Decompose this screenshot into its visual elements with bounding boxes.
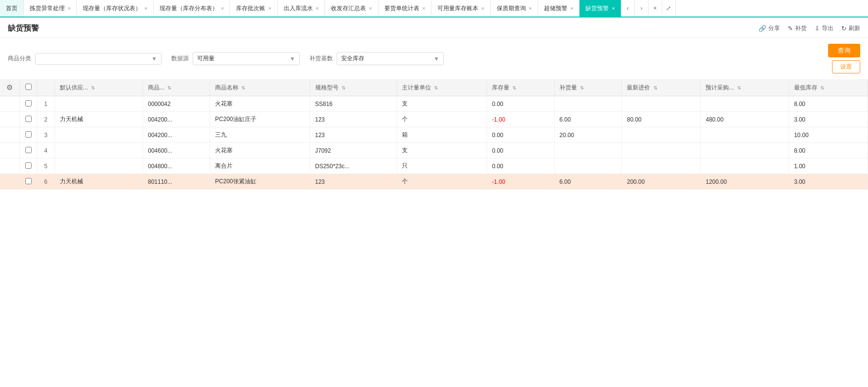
table-container: ⚙ 默认供应... ⇅ 商品... ⇅ 商品名称 <box>0 79 868 190</box>
tab-expiry[interactable]: 保质期查询 × <box>491 0 538 17</box>
row-checkbox-4[interactable] <box>25 162 32 169</box>
row-min-stock-0: 8.00 <box>789 96 868 112</box>
replenish-button[interactable]: ✎ 补货 <box>788 24 807 33</box>
tab-label-overstock: 超储预警 <box>544 4 567 13</box>
tab-close-expiry[interactable]: × <box>529 5 532 11</box>
tab-label-stock-status: 现存量（库存状况表） <box>83 4 141 13</box>
tab-scroll-next[interactable]: › <box>635 0 649 17</box>
row-settings-cell <box>0 96 19 112</box>
row-checkbox-2[interactable] <box>25 131 32 138</box>
tab-scroll-prev[interactable]: ‹ <box>621 0 635 17</box>
row-checkbox-cell[interactable] <box>19 158 37 174</box>
tab-close-recv-summary[interactable]: × <box>369 5 372 11</box>
row-unit-2: 箱 <box>397 127 487 143</box>
row-replenish-2: 20.00 <box>554 127 622 143</box>
datasource-select[interactable]: 可用量 ▼ <box>193 52 300 65</box>
col-est-purchase[interactable]: 预计采购... ⇅ <box>701 79 789 96</box>
tab-close-available-ledger[interactable]: × <box>481 5 484 11</box>
row-min-stock-5: 3.00 <box>789 174 868 190</box>
tab-close-batch[interactable]: × <box>268 5 271 11</box>
tab-stock-dist[interactable]: 现存量（库存分布表） × <box>154 0 230 17</box>
row-est-purchase-4 <box>701 158 789 174</box>
tab-overstock[interactable]: 超储预警 × <box>538 0 579 17</box>
tab-recv-summary[interactable]: 收发存汇总表 × <box>325 0 378 17</box>
col-stock[interactable]: 库存量 ⇅ <box>487 79 555 96</box>
row-code-3: 004600... <box>143 143 210 158</box>
share-label: 分享 <box>768 24 780 33</box>
tab-label-expiry: 保质期查询 <box>497 4 526 13</box>
col-replenish[interactable]: 补货量 ⇅ <box>554 79 622 96</box>
col-unit[interactable]: 主计量单位 ⇅ <box>397 79 487 96</box>
settings-button[interactable]: 设置 <box>832 60 860 73</box>
sort-latest-price-icon: ⇅ <box>653 85 657 90</box>
gear-icon[interactable]: ⚙ <box>5 83 14 92</box>
export-button[interactable]: ⇩ 导出 <box>814 24 833 33</box>
tab-home[interactable]: 首页 <box>0 0 24 17</box>
tab-label-recv-summary: 收发存汇总表 <box>331 4 366 13</box>
row-name-1: PC200油缸庄子 <box>210 112 310 127</box>
row-name-4: 离合片 <box>210 158 310 174</box>
row-checkbox-3[interactable] <box>25 147 32 153</box>
tab-batch[interactable]: 库存批次账 × <box>230 0 277 17</box>
row-seq-1: 2 <box>37 112 54 127</box>
tab-close-all[interactable]: × <box>649 0 662 17</box>
col-supplier[interactable]: 默认供应... ⇅ <box>54 79 143 96</box>
category-dropdown-icon: ▼ <box>151 55 157 62</box>
row-checkbox-cell[interactable] <box>19 143 37 158</box>
tab-close-abnormal[interactable]: × <box>68 5 71 11</box>
refresh-button[interactable]: ↻ 刷新 <box>841 24 860 33</box>
row-spec-3: J7092 <box>310 143 397 158</box>
tab-abnormal[interactable]: 拣货异常处理 × <box>24 0 77 17</box>
row-checkbox-cell[interactable] <box>19 174 37 190</box>
replenish-base-dropdown-icon: ▼ <box>434 55 439 62</box>
filter-bar: 商品分类 ▼ 数据源 可用量 ▼ 补货基数 安全库存 ▼ 查询 设置 <box>0 38 868 79</box>
row-checkbox-cell[interactable] <box>19 112 37 127</box>
col-latest-price-label: 最新进价 <box>627 84 650 91</box>
tab-shortage[interactable]: 缺货预警 × <box>579 0 621 17</box>
row-checkbox-5[interactable] <box>25 178 32 184</box>
col-min-stock[interactable]: 最低库存 ⇅ <box>789 79 868 96</box>
replenish-base-select[interactable]: 安全库存 ▼ <box>337 52 444 65</box>
row-spec-4: DS250*23c... <box>310 158 397 174</box>
row-stock-3: 0.00 <box>487 143 555 158</box>
row-name-2: 三九 <box>210 127 310 143</box>
col-name[interactable]: 商品名称 ⇅ <box>210 79 310 96</box>
tab-close-order-stat[interactable]: × <box>422 5 425 11</box>
tab-stock-status[interactable]: 现存量（库存状况表） × <box>77 0 153 17</box>
tab-close-shortage[interactable]: × <box>612 5 615 11</box>
replenish-base-select-value: 安全库存 <box>341 54 364 63</box>
tab-close-inout-flow[interactable]: × <box>316 5 319 11</box>
row-checkbox-0[interactable] <box>25 100 32 106</box>
tab-close-overstock[interactable]: × <box>570 5 573 11</box>
page-title: 缺货预警 <box>8 23 39 34</box>
tab-inout-flow[interactable]: 出入库流水 × <box>278 0 325 17</box>
col-spec[interactable]: 规格型号 ⇅ <box>310 79 397 96</box>
row-seq-0: 1 <box>37 96 54 112</box>
row-checkbox-1[interactable] <box>25 116 32 122</box>
row-spec-1: 123 <box>310 112 397 127</box>
col-settings[interactable]: ⚙ <box>0 79 19 96</box>
tab-close-stock-status[interactable]: × <box>144 5 147 11</box>
row-checkbox-cell[interactable] <box>19 127 37 143</box>
select-all-checkbox[interactable] <box>25 84 32 90</box>
share-button[interactable]: 🔗 分享 <box>759 24 780 33</box>
row-name-3: 火花塞 <box>210 143 310 158</box>
table-body: 1 0000042 火花塞 SS816 支 0.00 8.00 2 力天机械 0… <box>0 96 868 190</box>
col-latest-price[interactable]: 最新进价 ⇅ <box>622 79 701 96</box>
tab-close-stock-dist[interactable]: × <box>221 5 224 11</box>
row-seq-4: 5 <box>37 158 54 174</box>
tab-fullscreen[interactable]: ⤢ <box>662 0 676 17</box>
tab-available-ledger[interactable]: 可用量库存账本 × <box>432 0 490 17</box>
row-checkbox-cell[interactable] <box>19 96 37 112</box>
tab-order-stat[interactable]: 要货单统计表 × <box>379 0 432 17</box>
tab-bar: 首页 拣货异常处理 × 现存量（库存状况表） × 现存量（库存分布表） × 库存… <box>0 0 868 18</box>
col-code[interactable]: 商品... ⇅ <box>143 79 210 96</box>
row-unit-0: 支 <box>397 96 487 112</box>
query-button[interactable]: 查询 <box>828 44 860 57</box>
refresh-label: 刷新 <box>849 24 860 33</box>
row-latest-price-5: 200.00 <box>622 174 701 190</box>
row-est-purchase-2 <box>701 127 789 143</box>
row-replenish-1: 6.00 <box>554 112 622 127</box>
category-select[interactable]: ▼ <box>35 53 162 65</box>
sort-supplier-icon: ⇅ <box>91 85 95 90</box>
